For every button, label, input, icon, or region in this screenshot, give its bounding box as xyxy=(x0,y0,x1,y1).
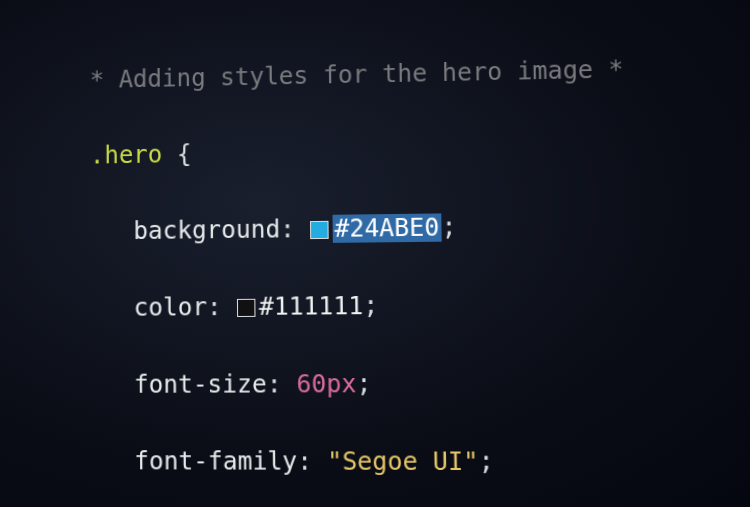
css-hex-selected[interactable]: #24ABE0 xyxy=(332,213,441,242)
code-line-selector: .hero { xyxy=(90,126,750,175)
semicolon: ; xyxy=(478,448,494,477)
colon: : xyxy=(207,293,222,321)
colon: : xyxy=(267,370,282,398)
css-unit: px xyxy=(326,369,356,398)
code-line-comment: * Adding styles for the hero image * xyxy=(90,47,750,99)
code-line-color: color: #111111; xyxy=(90,283,750,327)
brace-open: { xyxy=(177,140,192,168)
css-prop-color: color xyxy=(134,293,207,322)
css-selector-hero: .hero xyxy=(90,141,163,170)
css-prop-fontfamily: font-family xyxy=(134,447,297,476)
colon: : xyxy=(297,448,312,477)
code-line-fontfamily: font-family: "Segoe UI"; xyxy=(90,442,750,483)
code-line-background: background: #24ABE0; xyxy=(90,204,750,251)
code-editor[interactable]: * Adding styles for the hero image * .he… xyxy=(0,0,750,507)
semicolon: ; xyxy=(356,369,371,398)
css-prop-background: background xyxy=(133,215,280,245)
css-hex: #111111 xyxy=(259,292,363,321)
semicolon: ; xyxy=(363,292,378,320)
colon: : xyxy=(280,215,295,243)
color-swatch-icon xyxy=(310,221,329,239)
color-swatch-icon xyxy=(236,299,255,317)
css-comment: * Adding styles for the hero image * xyxy=(90,56,624,95)
css-prop-fontsize: font-size xyxy=(134,370,267,399)
code-line-fontsize: font-size: 60px; xyxy=(90,363,750,404)
css-number: 60 xyxy=(296,370,326,398)
css-string: "Segoe UI" xyxy=(327,448,479,477)
semicolon: ; xyxy=(441,213,457,241)
